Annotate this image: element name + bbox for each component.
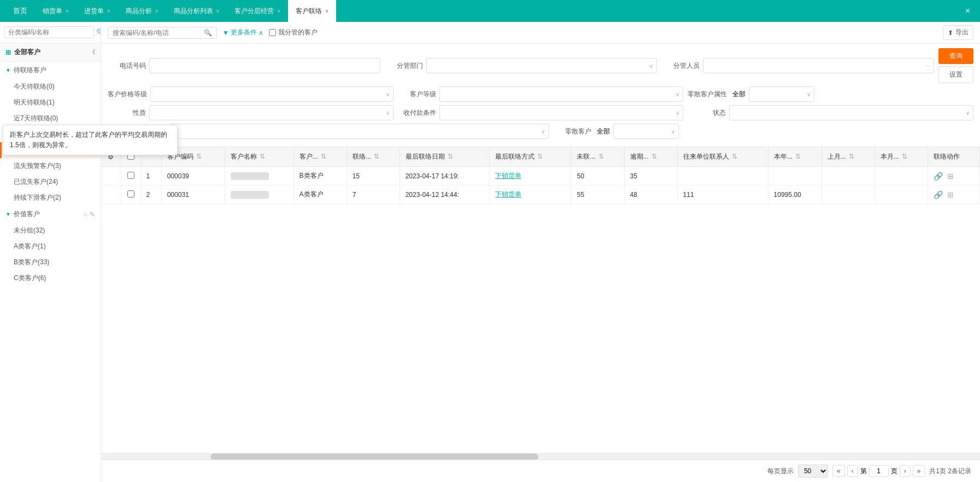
c-class-item[interactable]: C类客户(6) bbox=[0, 270, 101, 286]
more-conditions-button[interactable]: ▼ 更多条件 ∧ bbox=[222, 28, 263, 37]
row2-last-contact-date: 2023-04-12 14:44: bbox=[400, 185, 489, 204]
pending-group-title[interactable]: ▼ 待联络客户 bbox=[0, 62, 101, 79]
row1-checkbox[interactable] bbox=[121, 167, 140, 185]
row2-checkbox[interactable] bbox=[121, 185, 140, 204]
retail-customer-select[interactable]: ∨ bbox=[613, 124, 679, 139]
last-contact-type-col-header[interactable]: 最后联络方式 ⇅ bbox=[489, 147, 571, 167]
edit-icon[interactable]: ✎ bbox=[90, 211, 95, 218]
my-customers-checkbox[interactable] bbox=[269, 29, 276, 36]
my-customers-filter[interactable]: 我分管的客户 bbox=[269, 28, 318, 37]
overdue-col-header[interactable]: 逾期... ⇅ bbox=[624, 147, 677, 167]
prev-page-button[interactable]: ‹ bbox=[847, 465, 858, 477]
already-lost-item[interactable]: 已流失客户(24) bbox=[0, 174, 101, 190]
nav-customer-contact[interactable]: 客户联络 × bbox=[288, 0, 336, 22]
row2-settings bbox=[101, 185, 121, 204]
phone-input[interactable] bbox=[149, 58, 380, 73]
row2-grid-icon[interactable]: ⊞ bbox=[947, 190, 954, 199]
customer-grade-label: 客户等级 bbox=[398, 90, 436, 99]
last-date-sort-icon: ⇅ bbox=[448, 153, 453, 160]
dept-select[interactable]: ∨ bbox=[426, 58, 658, 73]
value-group-title[interactable]: ▼ 价值客户 ○ ✎ bbox=[0, 206, 101, 223]
lost-warning-item[interactable]: 流失预警客户(3) bbox=[0, 158, 101, 174]
row1-category: B类客户 bbox=[294, 167, 347, 185]
pagination-bar: 每页显示 50 20 100 « ‹ 第 页 › » 共1页 2条记录 bbox=[101, 460, 980, 482]
close-all-button[interactable]: × bbox=[961, 6, 975, 16]
ungroup-item[interactable]: 未分组(32) bbox=[0, 223, 101, 239]
main-search-icon[interactable]: 🔍 bbox=[204, 29, 212, 37]
query-button[interactable]: 查询 bbox=[938, 48, 973, 64]
row2-select-checkbox[interactable] bbox=[127, 190, 134, 198]
a-class-item[interactable]: A类客户(1) bbox=[0, 239, 101, 254]
customer-grade-select[interactable]: ∨ bbox=[439, 86, 684, 102]
nav-home[interactable]: 首页 bbox=[5, 0, 35, 22]
keep-down-item[interactable]: 持续下滑客户(2) bbox=[0, 190, 101, 206]
unit-contact-col-header[interactable]: 往来单位联系人 ⇅ bbox=[677, 147, 768, 167]
status-select[interactable]: ∨ bbox=[729, 105, 973, 120]
row2-name bbox=[225, 185, 294, 204]
page-input[interactable] bbox=[869, 465, 889, 477]
row2-link-icon[interactable]: 🔗 bbox=[934, 190, 943, 199]
grid-icon: ⊞ bbox=[5, 49, 11, 56]
action-col-header: 联络动作 bbox=[928, 147, 979, 167]
nav-product-analysis[interactable]: 商品分析 × bbox=[118, 0, 166, 22]
circle-icon[interactable]: ○ bbox=[84, 211, 87, 218]
this-month-col-header[interactable]: 本月... ⇅ bbox=[875, 147, 928, 167]
payment-select[interactable]: ∨ bbox=[439, 105, 684, 120]
row1-last-contact-type[interactable]: 下销货单 bbox=[489, 167, 571, 185]
nav-product-analysis-list[interactable]: 商品分析列表 × bbox=[166, 0, 227, 22]
customer-type-chevron-icon: ∨ bbox=[541, 129, 545, 135]
phone-filter: 电话号码 bbox=[108, 58, 380, 73]
filter-actions: 查询 设置 bbox=[938, 48, 973, 83]
row2-this-month bbox=[875, 185, 928, 204]
customer-grade-chevron-icon: ∨ bbox=[676, 91, 679, 97]
next-page-button[interactable]: › bbox=[900, 465, 911, 477]
close-customer-segment-tab[interactable]: × bbox=[277, 8, 280, 14]
row2-code: 000031 bbox=[161, 185, 225, 204]
contact-col-header[interactable]: 联络... ⇅ bbox=[347, 147, 400, 167]
per-page-select[interactable]: 50 20 100 bbox=[798, 464, 828, 478]
close-sales-tab[interactable]: × bbox=[66, 8, 69, 14]
row1-link-icon[interactable]: 🔗 bbox=[934, 172, 943, 181]
close-product-analysis-list-tab[interactable]: × bbox=[216, 8, 220, 14]
export-icon: ⬆ bbox=[948, 29, 953, 37]
nav-purchase[interactable]: 进货单 × bbox=[77, 0, 118, 22]
close-customer-contact-tab[interactable]: × bbox=[325, 8, 328, 14]
last-page-button[interactable]: » bbox=[913, 465, 925, 477]
retail-attr-chevron-icon: ∨ bbox=[807, 91, 811, 97]
row2-contact-type-link[interactable]: 下销货单 bbox=[495, 190, 521, 198]
manager-select[interactable]: ··· bbox=[703, 58, 934, 73]
last-month-col-header[interactable]: 上月... ⇅ bbox=[821, 147, 875, 167]
row1-grid-icon[interactable]: ⊞ bbox=[947, 172, 954, 181]
retail-attr-select[interactable]: ∨ bbox=[749, 86, 814, 102]
close-product-analysis-tab[interactable]: × bbox=[155, 8, 159, 14]
customer-type-select[interactable]: ∨ bbox=[169, 124, 548, 139]
sidebar-search-input[interactable] bbox=[4, 26, 94, 38]
nav-customer-segment[interactable]: 客户分层经营 × bbox=[227, 0, 288, 22]
sidebar-search-icon[interactable]: 🔍 bbox=[96, 28, 101, 36]
horizontal-scrollbar[interactable] bbox=[101, 453, 980, 460]
this-year-col-header[interactable]: 本年... ⇅ bbox=[768, 147, 821, 167]
nav-sales[interactable]: 销货单 × bbox=[35, 0, 77, 22]
all-customers-title[interactable]: ⊞ 全部客户 《 bbox=[0, 43, 101, 62]
row1-select-checkbox[interactable] bbox=[127, 172, 134, 179]
b-class-item[interactable]: B类客户(33) bbox=[0, 254, 101, 270]
price-grade-select[interactable]: ∨ bbox=[150, 86, 394, 102]
uncontacted-col-header[interactable]: 未联... ⇅ bbox=[571, 147, 624, 167]
last-contact-date-col-header[interactable]: 最后联络日期 ⇅ bbox=[400, 147, 489, 167]
nature-select[interactable]: ∨ bbox=[149, 105, 394, 120]
close-purchase-tab[interactable]: × bbox=[107, 8, 110, 14]
first-page-button[interactable]: « bbox=[832, 465, 845, 477]
retail-attr-value: 全部 bbox=[732, 90, 746, 99]
category-col-header[interactable]: 客户... ⇅ bbox=[294, 147, 347, 167]
row2-last-contact-type[interactable]: 下销货单 bbox=[489, 185, 571, 204]
name-col-header[interactable]: 客户名称 ⇅ bbox=[225, 147, 294, 167]
row1-contact-type-link[interactable]: 下销货单 bbox=[495, 172, 521, 179]
export-button[interactable]: ⬆ 导出 bbox=[943, 25, 973, 40]
collapse-sidebar-button[interactable]: 《 bbox=[89, 48, 95, 56]
tomorrow-pending-item[interactable]: 明天待联络(1) bbox=[0, 95, 101, 111]
today-pending-item[interactable]: 今天待联络(0) bbox=[0, 79, 101, 95]
setting-button[interactable]: 设置 bbox=[938, 66, 973, 83]
main-search-input[interactable] bbox=[113, 29, 202, 37]
last-month-sort-icon: ⇅ bbox=[849, 153, 854, 160]
week-pending-item[interactable]: 近7天待联络(0) bbox=[0, 111, 101, 126]
